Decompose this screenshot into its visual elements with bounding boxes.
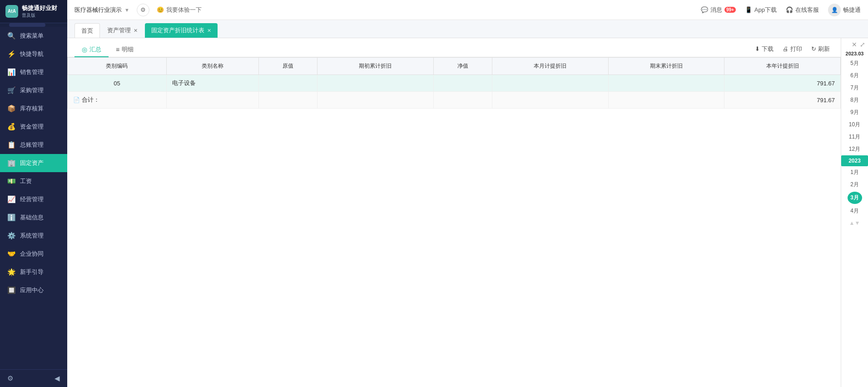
user-label: 畅捷通 [843, 6, 861, 14]
down-arrow-icon[interactable]: ▼ [855, 220, 860, 226]
depreciation-table: 类别编码 类别名称 原值 期初累计折旧 净值 本月计提折旧 期末累计折旧 本年计… [67, 57, 841, 109]
ledger-icon: 📋 [7, 141, 15, 149]
col-original-value: 原值 [258, 58, 317, 75]
cell-name: 电子设备 [166, 75, 258, 92]
refresh-button[interactable]: ↻ 刷新 [808, 43, 833, 55]
inner-tab-summary[interactable]: ◎ 汇总 [74, 43, 109, 57]
collapse-icon[interactable]: ◀ [55, 374, 60, 382]
sidebar-label-basic-info: 基础信息 [20, 213, 44, 222]
sidebar-label-sales: 销售管理 [20, 68, 44, 76]
sidebar-label-operation: 经营管理 [20, 195, 44, 203]
month-8[interactable]: 8月 [841, 94, 868, 106]
month-3-selected[interactable]: 3月 [848, 192, 862, 204]
cell-yearly-depreciation: 791.67 [724, 75, 841, 92]
download-button[interactable]: ⬇ 下载 [751, 43, 777, 55]
sidebar: AtA 畅捷通好业财 普及版 🔍 搜索菜单 ⚡ 快捷导航 📊 销售管理 🛒 采购… [0, 0, 67, 387]
company-selector[interactable]: 医疗器械行业演示 ▼ [74, 6, 129, 14]
month-1[interactable]: 1月 [841, 166, 868, 179]
month-10[interactable]: 10月 [841, 119, 868, 131]
sidebar-item-inventory[interactable]: 📦 库存核算 [0, 99, 67, 118]
month-2[interactable]: 2月 [841, 179, 868, 191]
quick-nav-icon: ⚡ [7, 50, 15, 58]
online-service-button[interactable]: 🎧 在线客服 [786, 6, 819, 14]
up-arrow-icon[interactable]: ▲ [849, 220, 855, 226]
month-9[interactable]: 9月 [841, 106, 868, 119]
month-5[interactable]: 5月 [841, 57, 868, 69]
month-4-next[interactable]: 4月 [841, 205, 868, 217]
sidebar-label-inventory: 库存核算 [20, 104, 44, 113]
sidebar-item-guide[interactable]: 🌟 新手引导 [0, 263, 67, 281]
cell-net-value [433, 75, 492, 92]
messages-badge: 99+ [724, 7, 736, 13]
month-11[interactable]: 11月 [841, 131, 868, 143]
table-row: 05 电子设备 791.67 [68, 75, 841, 92]
subtotal-yearly-depreciation: 791.67 [724, 92, 841, 109]
fixed-assets-icon: 🏢 [7, 159, 15, 167]
messages-button[interactable]: 💬 消息 99+ [701, 6, 736, 14]
experience-button[interactable]: 😊 我要体验一下 [157, 6, 202, 14]
tab-asset-manage[interactable]: 资产管理 ✕ [101, 23, 144, 38]
tab-bar: 首页 资产管理 ✕ 固定资产折旧统计表 ✕ [67, 20, 868, 38]
app-center-icon: 🔲 [7, 286, 15, 294]
detail-icon: ≡ [116, 46, 119, 53]
tab-asset-manage-close[interactable]: ✕ [134, 28, 138, 34]
inner-tabs: ◎ 汇总 ≡ 明细 ⬇ 下载 🖨 打印 [67, 38, 841, 57]
company-arrow-icon: ▼ [124, 7, 129, 13]
sidebar-item-quick-nav[interactable]: ⚡ 快捷导航 [0, 45, 67, 63]
tab-depreciation-report[interactable]: 固定资产折旧统计表 ✕ [145, 23, 218, 38]
content-area: ◎ 汇总 ≡ 明细 ⬇ 下载 🖨 打印 [67, 38, 841, 387]
sidebar-item-basic-info[interactable]: ℹ️ 基础信息 [0, 208, 67, 227]
guide-icon: 🌟 [7, 268, 15, 276]
date-panel-close-icon[interactable]: ✕ [851, 40, 858, 49]
col-code: 类别编码 [68, 58, 167, 75]
sidebar-item-search[interactable]: 🔍 搜索菜单 [0, 27, 67, 45]
topbar: 医疗器械行业演示 ▼ ⚙ 😊 我要体验一下 💬 消息 99+ 📱 App下载 🎧… [67, 0, 868, 20]
date-panel-year: 2023.03 [841, 49, 868, 57]
topbar-settings-button[interactable]: ⚙ [137, 4, 149, 16]
download-icon: ⬇ [755, 45, 760, 52]
summary-icon: ◎ [82, 46, 87, 53]
print-button[interactable]: 🖨 打印 [779, 43, 806, 55]
sidebar-item-enterprise[interactable]: 🤝 企业协同 [0, 245, 67, 263]
month-7[interactable]: 7月 [841, 82, 868, 94]
year-2023[interactable]: 2023 [841, 155, 868, 166]
payroll-icon: 💵 [7, 177, 15, 185]
cell-ending-depreciation [608, 75, 724, 92]
cell-original-value [258, 75, 317, 92]
subtotal-label: 合计： [82, 96, 99, 103]
settings-footer-icon[interactable]: ⚙ [7, 374, 13, 382]
subtotal-net-value [433, 92, 492, 109]
sidebar-item-finance[interactable]: 💰 资金管理 [0, 118, 67, 136]
user-button[interactable]: 👤 畅捷通 [828, 4, 861, 16]
tab-home[interactable]: 首页 [74, 23, 100, 38]
sidebar-item-system[interactable]: ⚙️ 系统管理 [0, 227, 67, 245]
date-panel-expand-icon[interactable]: ⤢ [859, 40, 866, 49]
inner-tab-detail[interactable]: ≡ 明细 [109, 43, 141, 57]
subtotal-original-value [258, 92, 317, 109]
sidebar-item-operation[interactable]: 📈 经营管理 [0, 190, 67, 208]
month-12[interactable]: 12月 [841, 143, 868, 155]
sidebar-item-purchase[interactable]: 🛒 采购管理 [0, 81, 67, 99]
inventory-icon: 📦 [7, 104, 15, 113]
sidebar-item-app-center[interactable]: 🔲 应用中心 [0, 281, 67, 299]
app-download-icon: 📱 [745, 6, 752, 13]
topbar-settings-icon: ⚙ [140, 6, 146, 13]
sidebar-label-purchase: 采购管理 [20, 86, 44, 94]
month-6[interactable]: 6月 [841, 69, 868, 82]
sidebar-item-sales[interactable]: 📊 销售管理 [0, 63, 67, 81]
app-download-button[interactable]: 📱 App下载 [745, 6, 777, 14]
experience-text: 我要体验一下 [166, 6, 202, 14]
tab-depreciation-label: 固定资产折旧统计表 [151, 26, 204, 35]
tab-depreciation-close[interactable]: ✕ [207, 28, 211, 34]
subtotal-icon-cell: 📄 合计： [68, 92, 167, 109]
summary-label: 汇总 [89, 45, 101, 54]
topbar-right: 💬 消息 99+ 📱 App下载 🎧 在线客服 👤 畅捷通 [701, 4, 861, 16]
tab-asset-manage-label: 资产管理 [107, 26, 131, 35]
sidebar-footer: ⚙ ◀ [0, 369, 67, 387]
sidebar-item-fixed-assets[interactable]: 🏢 固定资产 [0, 154, 67, 172]
sidebar-item-ledger[interactable]: 📋 总账管理 [0, 136, 67, 154]
date-panel-header: ✕ ⤢ [841, 38, 868, 49]
refresh-label: 刷新 [818, 45, 830, 53]
sidebar-item-payroll[interactable]: 💵 工资 [0, 172, 67, 190]
messages-icon: 💬 [701, 6, 708, 13]
